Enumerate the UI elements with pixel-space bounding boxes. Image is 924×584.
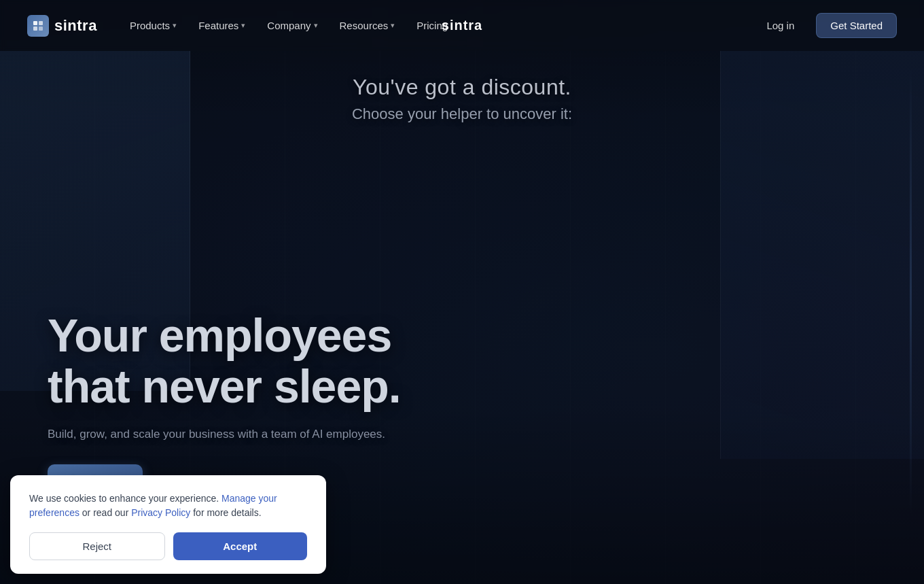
- resources-chevron-icon: ▾: [391, 21, 395, 30]
- svg-rect-1: [39, 21, 43, 25]
- hero-content: Your employees that never sleep. Build, …: [48, 310, 401, 496]
- products-label: Products: [130, 20, 170, 31]
- nav-menu: Products ▾ Features ▾ Company ▾ Resource…: [122, 14, 456, 37]
- cookie-banner: We use cookies to enhance your experienc…: [10, 475, 326, 574]
- cookie-text-after: for more details.: [193, 507, 261, 518]
- reject-button[interactable]: Reject: [29, 532, 165, 560]
- svg-rect-2: [33, 27, 37, 31]
- svg-rect-3: [39, 27, 43, 31]
- features-label: Features: [198, 20, 238, 31]
- right-panel: [720, 51, 924, 459]
- hero-title: Your employees that never sleep.: [48, 310, 401, 412]
- discount-banner: You've got a discount. Choose your helpe…: [352, 75, 572, 123]
- company-label: Company: [267, 20, 310, 31]
- discount-subtitle: Choose your helper to uncover it:: [352, 105, 572, 123]
- hero-title-line1: Your employees: [48, 309, 391, 361]
- features-chevron-icon: ▾: [241, 21, 245, 30]
- nav-products[interactable]: Products ▾: [122, 14, 185, 37]
- right-rail: [910, 68, 912, 516]
- login-button[interactable]: Log in: [756, 14, 805, 37]
- logo-icon: [27, 15, 49, 37]
- nav-company[interactable]: Company ▾: [259, 14, 325, 37]
- hero-subtitle: Build, grow, and scale your business wit…: [48, 426, 401, 443]
- get-started-button[interactable]: Get Started: [816, 13, 897, 38]
- nav-right: Log in Get Started: [756, 13, 897, 38]
- nav-resources[interactable]: Resources ▾: [332, 14, 404, 37]
- cookie-text-between: or read our: [82, 507, 131, 518]
- hero-title-line2: that never sleep.: [48, 360, 401, 412]
- navbar: sintra Products ▾ Features ▾ Company ▾ R…: [0, 0, 924, 51]
- cookie-text-before: We use cookies to enhance your experienc…: [29, 493, 219, 504]
- center-logo-text: sintra: [442, 18, 482, 33]
- svg-rect-0: [33, 21, 37, 25]
- privacy-policy-link[interactable]: Privacy Policy: [131, 507, 190, 518]
- nav-center-logo[interactable]: sintra: [442, 18, 482, 33]
- accept-button[interactable]: Accept: [173, 532, 308, 560]
- company-chevron-icon: ▾: [314, 21, 318, 30]
- discount-title: You've got a discount.: [352, 75, 572, 100]
- nav-left: sintra Products ▾ Features ▾ Company ▾ R…: [27, 14, 456, 37]
- nav-features[interactable]: Features ▾: [190, 14, 253, 37]
- logo[interactable]: sintra: [27, 15, 97, 37]
- products-chevron-icon: ▾: [173, 21, 177, 30]
- logo-text: sintra: [54, 17, 97, 35]
- resources-label: Resources: [340, 20, 389, 31]
- cookie-text: We use cookies to enhance your experienc…: [29, 492, 307, 520]
- cookie-buttons: Reject Accept: [29, 532, 307, 560]
